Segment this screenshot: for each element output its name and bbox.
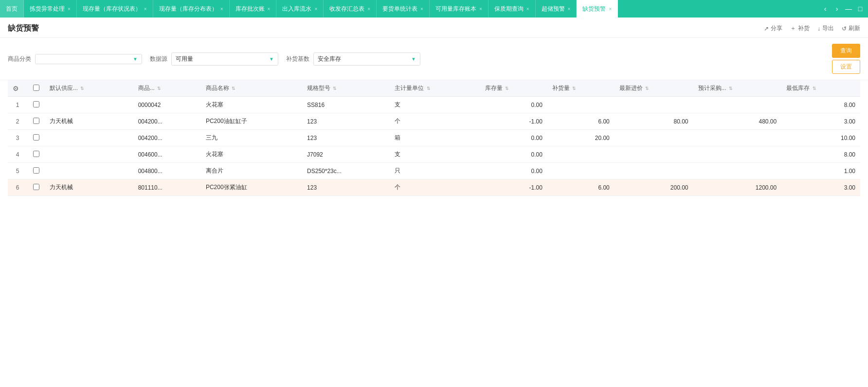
tab-order-stat[interactable]: 要货单统计表 × [377, 0, 430, 18]
row-supplier: 力天机械 [45, 179, 133, 196]
replenish-base-select[interactable]: 安全库存 ▼ [313, 53, 420, 66]
replenish-button[interactable]: ＋ 补货 [790, 24, 810, 33]
col-stock[interactable]: 库存量 ⇅ [480, 80, 547, 97]
col-spec[interactable]: 规格型号 ⇅ [302, 80, 390, 97]
category-select[interactable]: ▼ [35, 54, 142, 64]
window-minimize-button[interactable]: — [843, 3, 854, 15]
tab-close-icon[interactable]: × [220, 6, 223, 12]
row-unit: 支 [390, 97, 480, 113]
row-checkbox-cell[interactable] [27, 179, 45, 196]
column-settings-icon[interactable]: ⚙ [13, 85, 19, 92]
tab-close-icon[interactable]: × [268, 6, 271, 12]
select-all-checkbox[interactable] [33, 85, 39, 91]
row-checkbox-cell[interactable] [27, 97, 45, 113]
row-spec: 123 [302, 130, 390, 146]
col-latest-price[interactable]: 最新进价 ⇅ [615, 80, 693, 97]
row-checkbox[interactable] [33, 118, 39, 124]
row-checkbox-cell[interactable] [27, 163, 45, 179]
sort-arrows-icon: ⇅ [333, 86, 337, 91]
row-goods-name: PC200油缸缸子 [201, 113, 302, 130]
tab-inventory-dist[interactable]: 现存量（库存分布表） × [153, 0, 230, 18]
table-row: 5 004800... 离合片 DS250*23c... 只 0.00 1.00 [8, 163, 860, 179]
row-goods-name: 火花塞 [201, 97, 302, 113]
row-spec: 123 [302, 179, 390, 196]
settings-button[interactable]: 设置 [832, 60, 860, 74]
col-goods-name[interactable]: 商品名称 ⇅ [201, 80, 302, 97]
row-est-purchase [693, 146, 782, 163]
col-goods-code[interactable]: 商品... ⇅ [133, 80, 201, 97]
replenish-base-dropdown-arrow-icon: ▼ [411, 56, 416, 62]
row-checkbox[interactable] [33, 101, 39, 107]
tab-abnormal[interactable]: 拣货异常处理 × [24, 0, 77, 18]
row-checkbox[interactable] [33, 167, 39, 174]
tab-label: 拣货异常处理 [30, 5, 65, 13]
tab-shortage-warning[interactable]: 缺货预警 × [577, 0, 618, 18]
tab-overstock-warning[interactable]: 超储预警 × [536, 0, 577, 18]
tab-home[interactable]: 首页 [0, 0, 24, 18]
category-label: 商品分类 [8, 55, 31, 63]
row-goods-name: 三九 [201, 130, 302, 146]
row-checkbox[interactable] [33, 184, 39, 190]
tab-next-button[interactable]: › [831, 3, 843, 15]
filter-right-actions: 查询 设置 [832, 44, 860, 74]
refresh-button[interactable]: ↺ 刷新 [842, 24, 860, 33]
table-row: 3 004200... 三九 123 箱 0.00 20.00 10.00 [8, 130, 860, 146]
window-maximize-button[interactable]: □ [854, 3, 866, 15]
row-est-purchase [693, 97, 782, 113]
col-check [27, 80, 45, 97]
col-replenish-qty[interactable]: 补货量 ⇅ [547, 80, 615, 97]
tab-expiry-query[interactable]: 保质期查询 × [488, 0, 536, 18]
tab-close-icon[interactable]: × [568, 6, 571, 12]
row-number: 1 [8, 97, 27, 113]
export-button[interactable]: ↓ 导出 [817, 24, 834, 33]
row-stock: -1.00 [480, 179, 547, 196]
tab-close-icon[interactable]: × [609, 6, 612, 12]
sort-arrows-icon: ⇅ [80, 86, 84, 91]
row-checkbox[interactable] [33, 134, 39, 141]
datasource-select[interactable]: 可用量 ▼ [171, 53, 278, 66]
row-min-stock: 8.00 [781, 97, 860, 113]
table-container: ⚙ 默认供应... ⇅ 商品... ⇅ 商品名称 ⇅ [0, 80, 868, 196]
tab-inout-flow[interactable]: 出入库流水 × [276, 0, 324, 18]
col-est-purchase[interactable]: 预计采购... ⇅ [693, 80, 782, 97]
sort-arrows-icon: ⇅ [572, 86, 576, 91]
tab-inventory-status[interactable]: 现存量（库存状况表） × [77, 0, 153, 18]
tab-batch-account[interactable]: 库存批次账 × [230, 0, 277, 18]
row-latest-price [615, 97, 693, 113]
col-unit[interactable]: 主计量单位 ⇅ [390, 80, 480, 97]
tab-close-icon[interactable]: × [367, 6, 370, 12]
col-supplier[interactable]: 默认供应... ⇅ [45, 80, 133, 97]
row-replenish-qty: 6.00 [547, 179, 615, 196]
page-title: 缺货预警 [8, 23, 39, 34]
tab-close-icon[interactable]: × [420, 6, 423, 12]
share-label: 分享 [771, 24, 782, 33]
tab-close-icon[interactable]: × [526, 6, 529, 12]
row-checkbox-cell[interactable] [27, 146, 45, 163]
table-body: 1 0000042 火花塞 SS816 支 0.00 8.00 2 力天机械 0… [8, 97, 860, 196]
tab-label: 现存量（库存状况表） [83, 5, 141, 13]
replenish-icon: ＋ [790, 24, 796, 33]
row-est-purchase [693, 130, 782, 146]
tab-prev-button[interactable]: ‹ [819, 3, 831, 15]
row-checkbox[interactable] [33, 151, 39, 157]
table-row: 6 力天机械 801110... PC200张紧油缸 123 个 -1.00 6… [8, 179, 860, 196]
sort-arrows-icon: ⇅ [645, 86, 649, 91]
row-latest-price: 80.00 [615, 113, 693, 130]
row-goods-code: 004800... [133, 163, 201, 179]
row-est-purchase: 1200.00 [693, 179, 782, 196]
row-supplier [45, 146, 133, 163]
tab-close-icon[interactable]: × [479, 6, 482, 12]
tab-recv-summary[interactable]: 收发存汇总表 × [324, 0, 377, 18]
tab-close-icon[interactable]: × [68, 6, 71, 12]
tab-available-ledger[interactable]: 可用量库存账本 × [430, 0, 488, 18]
col-min-stock[interactable]: 最低库存 ⇅ [781, 80, 860, 97]
share-icon: ↗ [764, 25, 769, 32]
row-checkbox-cell[interactable] [27, 130, 45, 146]
row-checkbox-cell[interactable] [27, 113, 45, 130]
replenish-base-select-value: 安全库存 [318, 55, 341, 63]
query-button[interactable]: 查询 [832, 44, 860, 58]
share-button[interactable]: ↗ 分享 [764, 24, 782, 33]
tab-close-icon[interactable]: × [314, 6, 317, 12]
tab-close-icon[interactable]: × [144, 6, 147, 12]
row-latest-price: 200.00 [615, 179, 693, 196]
